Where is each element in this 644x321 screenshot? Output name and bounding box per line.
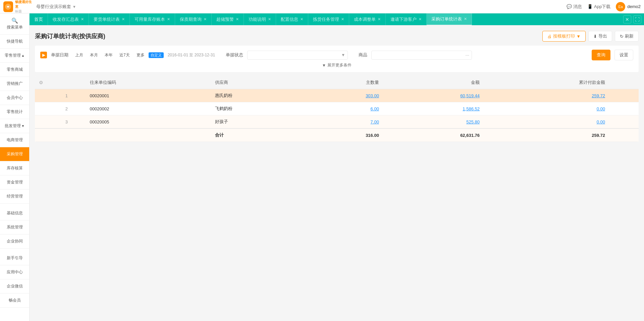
sidebar-item-purchase-mgmt[interactable]: 采购管理 [0, 147, 29, 161]
chevron-up-icon: ▲ [21, 54, 25, 57]
tab-oversupply-alert[interactable]: 超储预警 ✕ [212, 13, 244, 25]
date-btn-more[interactable]: 更多 [134, 51, 147, 59]
tab-invite-downstream[interactable]: 邀请下游客户 ✕ [386, 13, 427, 25]
tab-receive-summary[interactable]: 收发存汇总表 ✕ [48, 13, 89, 25]
tab-function-desc[interactable]: 功能说明 ✕ [244, 13, 276, 25]
tab-close-warranty-query[interactable]: ✕ [204, 17, 207, 21]
tab-usable-inventory[interactable]: 可用量库存账本 ✕ [130, 13, 175, 25]
row-amount-cell[interactable]: 525.80 [383, 115, 484, 129]
logo-icon [3, 1, 13, 12]
row-supplier-cell: 好孩子 [211, 115, 305, 129]
sidebar-item-operations[interactable]: 经营管理 [0, 190, 29, 204]
export-button[interactable]: ⬇ 导出 [588, 31, 612, 42]
tab-close-picking-task[interactable]: ✕ [341, 17, 344, 21]
tab-close-purchase-stats[interactable]: ✕ [464, 17, 467, 21]
row-unit-code-cell: 00020001 [86, 89, 211, 102]
top-bar: 畅捷通好生意 标题 母婴行业演示账套 ▼ 💬 消息 📱 App下载 Ea dem… [0, 0, 644, 13]
sidebar-item-vip[interactable]: 畅会员 [0, 293, 29, 308]
filter-area: ▶ 单据日期 上月 本月 本年 近7天 更多 自定义 2016-01-01 至 … [35, 46, 639, 72]
sidebar-item-ecommerce-mgmt[interactable]: 电商管理 [0, 133, 29, 147]
row-amount-cell[interactable]: 60,519.44 [383, 89, 484, 102]
row-quantity-cell[interactable]: 7.00 [305, 115, 383, 129]
tab-warranty-query[interactable]: 保质期查询 ✕ [175, 13, 212, 25]
sidebar-item-inventory[interactable]: 库存核算 [0, 161, 29, 175]
footer-no-cell [47, 128, 86, 142]
close-all-tabs-button[interactable]: ✕ [623, 15, 631, 23]
row-paid-amount-cell[interactable]: 0.00 [484, 115, 609, 129]
message-icon: 💬 [567, 4, 572, 9]
expand-conditions-button[interactable]: ▼ 展开更多条件 [322, 62, 352, 68]
custom-date-tag[interactable]: 自定义 [149, 52, 164, 58]
tab-home[interactable]: 首页 [30, 13, 48, 25]
col-amount: 金额 [383, 76, 484, 89]
message-action[interactable]: 💬 消息 [567, 4, 582, 10]
sidebar-item-enterprise-wechat[interactable]: 企业微信 [0, 279, 29, 293]
tab-close-invite-downstream[interactable]: ✕ [419, 17, 422, 21]
date-btn-last-month[interactable]: 上月 [72, 51, 86, 59]
sidebar-item-new-guide[interactable]: 新手引导 [0, 251, 29, 265]
status-filter-select[interactable] [247, 51, 348, 60]
print-button[interactable]: 🖨 按模板打印 ▼ [542, 31, 586, 42]
table-footer-row: 合计 316.00 62,631.76 259.72 [35, 128, 639, 142]
data-table-wrapper: ⚙ 往来单位编码 供应商 主数量 [35, 76, 639, 142]
sidebar-item-member-center[interactable]: 会员中心 [0, 91, 29, 105]
sidebar-item-search[interactable]: 🔍 搜索菜单 [0, 13, 29, 35]
footer-settings-cell [35, 128, 47, 142]
tab-close-cost-adjust[interactable]: ✕ [378, 17, 381, 21]
tab-purchase-stats[interactable]: 采购订单统计表 ✕ [427, 13, 472, 25]
download-icon: 📱 [587, 4, 593, 9]
col-supplier: 供应商 [211, 76, 305, 89]
user-menu[interactable]: Ea demo2 [616, 2, 641, 11]
row-supplier-cell: 惠氏奶粉 [211, 89, 305, 102]
table-row: 2 00020002 飞鹤奶粉 6.00 1,586.52 0.00 [35, 102, 639, 115]
sidebar-item-retail-shop[interactable]: 零售商城 [0, 63, 29, 77]
sidebar-item-app-center[interactable]: 应用中心 [0, 265, 29, 279]
tab-cost-adjust[interactable]: 成本调整单 ✕ [349, 13, 386, 25]
column-settings-icon[interactable]: ⚙ [39, 80, 43, 85]
tab-close-oversupply-alert[interactable]: ✕ [236, 17, 239, 21]
printer-icon: 🖨 [547, 34, 552, 39]
sidebar-item-wholesale-mgmt[interactable]: 批发管理 ▼ [0, 119, 29, 133]
tab-close-config-info[interactable]: ✕ [300, 17, 303, 21]
row-quantity-cell[interactable]: 303.00 [305, 89, 383, 102]
app-download-action[interactable]: 📱 App下载 [587, 4, 610, 10]
tab-close-usable-inventory[interactable]: ✕ [167, 17, 170, 21]
date-btn-this-year[interactable]: 本年 [102, 51, 115, 59]
maximize-button[interactable]: ⛶ [633, 15, 641, 23]
sidebar-item-finance[interactable]: 资金管理 [0, 175, 29, 190]
sidebar-item-enterprise-collab[interactable]: 企业协同 [0, 234, 29, 249]
goods-filter-input[interactable] [371, 51, 472, 60]
tab-close-order-summary[interactable]: ✕ [122, 17, 125, 21]
filter-expand-toggle[interactable]: ▶ [40, 52, 47, 58]
row-quantity-cell[interactable]: 6.00 [305, 102, 383, 115]
expand-down-icon: ▼ [322, 63, 326, 68]
goods-filter-more-icon[interactable]: ··· [465, 52, 469, 58]
sidebar-item-marketing[interactable]: 营销推广 [0, 77, 29, 91]
query-button[interactable]: 查询 [592, 50, 610, 60]
header-actions: 🖨 按模板打印 ▼ ⬇ 导出 ↻ 刷新 [542, 31, 639, 42]
row-paid-amount-cell[interactable]: 0.00 [484, 102, 609, 115]
footer-unit-code-cell [86, 128, 211, 142]
date-btn-7days[interactable]: 近7天 [117, 51, 132, 59]
date-btn-this-month[interactable]: 本月 [87, 51, 101, 59]
filter-row-main: ▶ 单据日期 上月 本月 本年 近7天 更多 自定义 2016-01-01 至 … [40, 50, 633, 60]
sidebar-item-retail-mgmt[interactable]: 零售管理 ▲ [0, 49, 29, 63]
refresh-button[interactable]: ↻ 刷新 [615, 31, 639, 42]
row-no-cell: 3 [47, 115, 86, 129]
row-amount-cell[interactable]: 1,586.52 [383, 102, 484, 115]
sidebar-item-sys-mgmt[interactable]: 系统管理 [0, 220, 29, 234]
settings-button[interactable]: 设置 [614, 50, 633, 60]
tab-close-function-desc[interactable]: ✕ [268, 17, 271, 21]
date-range-display: 2016-01-01 至 2023-12-31 [168, 52, 215, 58]
tab-picking-task[interactable]: 拣货任务管理 ✕ [308, 13, 349, 25]
row-paid-amount-cell[interactable]: 259.72 [484, 89, 609, 102]
sidebar-item-retail-stats[interactable]: 零售统计 [0, 105, 29, 119]
page-content: 采购订单统计表(按供应商) 🖨 按模板打印 ▼ ⬇ 导出 ↻ 刷新 [30, 25, 644, 321]
tab-order-summary[interactable]: 要货单统计表 ✕ [89, 13, 130, 25]
sidebar-spacer [0, 204, 29, 206]
sidebar-item-basic-info[interactable]: 基础信息 [0, 206, 29, 220]
tab-config-info[interactable]: 配置信息 ✕ [276, 13, 308, 25]
top-right-actions: 💬 消息 📱 App下载 Ea demo2 [567, 2, 641, 11]
sidebar-item-quick-nav[interactable]: 快捷导航 [0, 35, 29, 49]
tab-close-receive-summary[interactable]: ✕ [81, 17, 84, 21]
